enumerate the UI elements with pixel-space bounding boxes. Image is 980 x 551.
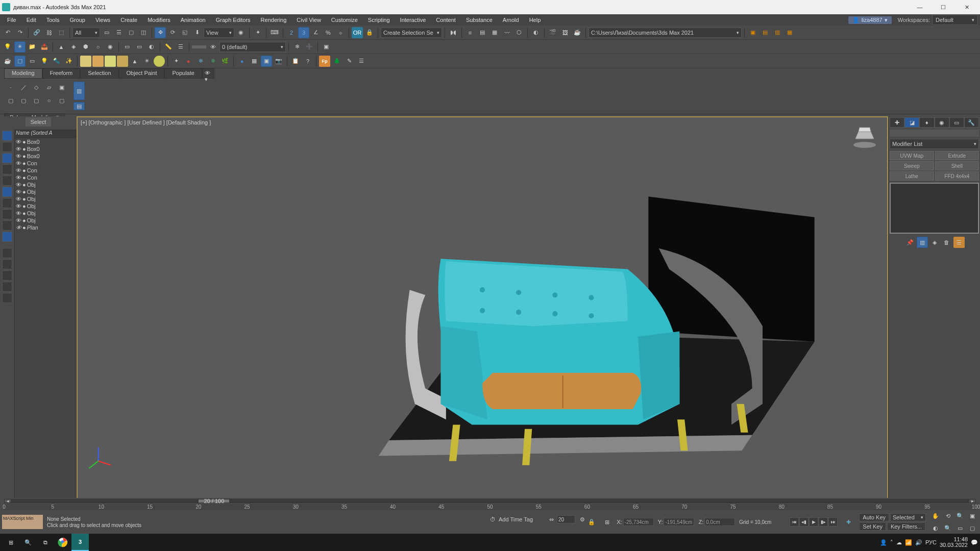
- viewport-label[interactable]: [+] [Orthographic ] [User Defined ] [Def…: [81, 119, 211, 126]
- display-geom-button[interactable]: [2, 142, 12, 152]
- layer-new-button[interactable]: ➕: [304, 41, 315, 53]
- prim-box-button[interactable]: ▢: [14, 56, 26, 67]
- particle-d-button[interactable]: ✵: [207, 56, 218, 67]
- rib-tool-b[interactable]: ▢: [18, 95, 29, 106]
- helper-sphere-button[interactable]: ●: [236, 56, 248, 67]
- nav-pan-button[interactable]: ✋: [930, 510, 941, 521]
- rib-tool-e[interactable]: ▢: [56, 95, 67, 106]
- menu-customize[interactable]: Customize: [326, 16, 363, 24]
- display-all-button[interactable]: [2, 131, 12, 141]
- layer-freeze-button[interactable]: ❄: [291, 41, 303, 53]
- select-move-button[interactable]: ✥: [155, 27, 166, 38]
- menu-arnold[interactable]: Arnold: [498, 16, 524, 24]
- tray-volume-icon[interactable]: 🔊: [915, 539, 922, 546]
- menu-file[interactable]: File: [2, 16, 21, 24]
- tray-clock[interactable]: 11:48 30.03.2022: [940, 537, 968, 548]
- rib-tool-c[interactable]: ▢: [31, 95, 42, 106]
- project-button-2[interactable]: ▤: [760, 27, 771, 38]
- filter-b-button[interactable]: [2, 259, 12, 269]
- selection-filter-dropdown[interactable]: All: [72, 28, 100, 38]
- autokey-button[interactable]: Auto Key: [859, 513, 889, 521]
- curve-editor-button[interactable]: 〰: [501, 27, 512, 38]
- bind-button[interactable]: ⬚: [56, 27, 67, 38]
- helper-camera-button[interactable]: 📷: [273, 56, 284, 67]
- prim-cone-button[interactable]: [117, 56, 128, 67]
- mod-sweep-button[interactable]: Sweep: [890, 161, 934, 170]
- help-button[interactable]: ?: [302, 56, 313, 67]
- rib-large-b[interactable]: ▤: [74, 102, 85, 110]
- keymode-dropdown[interactable]: Selected: [890, 513, 926, 521]
- taskbar-3dsmax-icon[interactable]: 3: [71, 534, 89, 551]
- import-button[interactable]: 📁: [27, 41, 38, 53]
- select-place-button[interactable]: ⬇: [191, 27, 203, 38]
- modifier-list-dropdown[interactable]: Modifier List: [890, 139, 979, 149]
- close-button[interactable]: ✕: [955, 1, 978, 13]
- prim-spotlight-button[interactable]: 🔦: [51, 56, 62, 67]
- tool-b-button[interactable]: ◈: [68, 41, 79, 53]
- nav-zoomext-button[interactable]: ▣: [967, 510, 978, 521]
- frame-nav-icon[interactable]: ⇔: [549, 516, 554, 523]
- taskbar-chrome-icon[interactable]: [54, 534, 71, 551]
- snap-toggle-2d-button[interactable]: 2: [286, 27, 297, 38]
- menu-interactive[interactable]: Interactive: [395, 16, 431, 24]
- display-space-button[interactable]: [2, 198, 12, 208]
- coord-x-input[interactable]: [623, 518, 654, 526]
- prev-frame-button[interactable]: ◂▮: [799, 517, 808, 527]
- coord-z-input[interactable]: [704, 518, 735, 526]
- task-view-button[interactable]: ⧉: [37, 534, 54, 551]
- project-button-3[interactable]: ▥: [772, 27, 783, 38]
- tray-lang[interactable]: РУС: [925, 539, 937, 545]
- prim-plane-button[interactable]: ▭: [27, 56, 38, 67]
- prim-pyramid-button[interactable]: ▲: [129, 56, 140, 67]
- select-rotate-button[interactable]: ⟳: [167, 27, 178, 38]
- prim-geosphere-button[interactable]: [154, 56, 165, 67]
- goto-end-button[interactable]: ⏭: [828, 517, 838, 527]
- selection-lock-button[interactable]: 🔒: [364, 27, 375, 38]
- ribbon-tab-populate[interactable]: Populate: [164, 68, 202, 79]
- filter-a-button[interactable]: [2, 248, 12, 258]
- mod-lathe-button[interactable]: Lathe: [890, 171, 934, 181]
- abs-transform-button[interactable]: ⊞: [601, 516, 612, 528]
- workspace-dropdown[interactable]: Default: [932, 15, 978, 25]
- particle-c-button[interactable]: ❄: [195, 56, 206, 67]
- create-sunlight-button[interactable]: ☀: [14, 41, 26, 53]
- tape-button[interactable]: 📏: [163, 41, 174, 53]
- time-slider-knob[interactable]: 20 / 100: [199, 499, 229, 503]
- tool-c-button[interactable]: ⬢: [80, 41, 91, 53]
- make-unique-button[interactable]: ◈: [929, 237, 940, 248]
- unlink-button[interactable]: ⛓: [43, 27, 55, 38]
- subobj-border-button[interactable]: ◇: [31, 82, 42, 93]
- menu-animation[interactable]: Animation: [176, 16, 211, 24]
- undo-button[interactable]: ↶: [2, 27, 13, 38]
- project-button-1[interactable]: ▣: [747, 27, 758, 38]
- tool-a-button[interactable]: ▲: [56, 41, 67, 53]
- prim-torus-button[interactable]: [92, 56, 104, 67]
- setkey-button[interactable]: Set Key: [859, 522, 886, 531]
- scene-list-header[interactable]: Name (Sorted A: [15, 130, 76, 138]
- prim-cylinder-button[interactable]: [80, 56, 91, 67]
- play-button[interactable]: ▶: [809, 517, 818, 527]
- tree-button[interactable]: 🌲: [331, 56, 342, 67]
- ribbon-tab-more[interactable]: 👁 ▾: [202, 68, 214, 79]
- layers-button[interactable]: ☰: [175, 41, 186, 53]
- menu-help[interactable]: Help: [524, 16, 546, 24]
- add-time-tag-button[interactable]: Add Time Tag: [499, 516, 533, 522]
- filter-e-button[interactable]: [2, 293, 12, 303]
- helper-box-button[interactable]: ▣: [261, 56, 272, 67]
- prim-light-button[interactable]: 💡: [39, 56, 50, 67]
- nav-fov-button[interactable]: ◐: [930, 522, 941, 534]
- render-button[interactable]: ☕: [572, 27, 583, 38]
- coord-y-input[interactable]: [664, 518, 694, 526]
- particle-e-button[interactable]: 🌿: [219, 56, 231, 67]
- time-slider[interactable]: ◂ 20 / 100 ▸: [4, 499, 976, 503]
- isolate-button[interactable]: ▣: [321, 41, 332, 53]
- filter-d-button[interactable]: [2, 282, 12, 292]
- helper-grid-button[interactable]: ▦: [249, 56, 260, 67]
- tool-e-button[interactable]: ◉: [105, 41, 116, 53]
- subobj-edge-button[interactable]: ／: [18, 82, 29, 93]
- maximize-button[interactable]: ☐: [932, 1, 954, 13]
- ribbon-tab-objectpaint[interactable]: Object Paint: [119, 68, 165, 79]
- export-button[interactable]: 📤: [39, 41, 50, 53]
- menu-civilview[interactable]: Civil View: [291, 16, 326, 24]
- keyboard-shortcut-button[interactable]: ⌨: [269, 27, 280, 38]
